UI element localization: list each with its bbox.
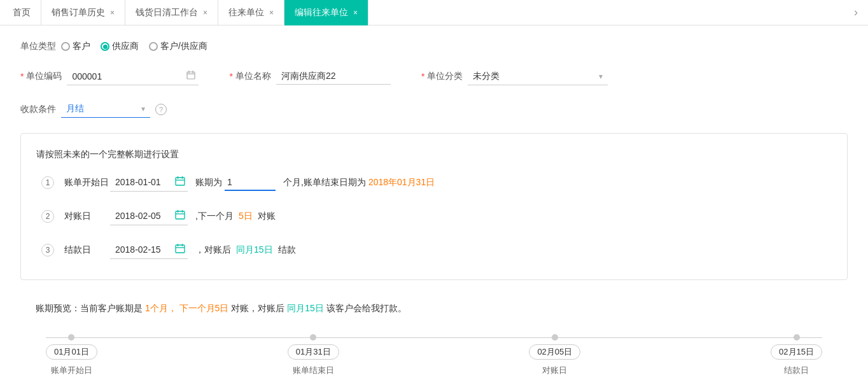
tab-bar: 首页 销售订单历史 × 钱货日清工作台 × 往来单位 × 编辑往来单位 × › [0,0,868,25]
period-suffix-2a: ,下一个月 [195,211,234,222]
timeline-dot-3 [552,334,558,341]
timeline-label-1: 账单开始日 [51,365,92,376]
preview-text: 账期预览：当前客户账期是 1个月， 下一个月5日 对账，对账后 同月15日 该客… [36,303,832,314]
payment-help-icon[interactable]: ? [155,104,167,115]
unit-code-required-star: * [20,71,24,81]
unit-name-item: * 单位名称 [229,69,390,85]
period-date-input-2 [110,207,188,225]
preview-middle: 对账，对账后 [231,303,284,313]
svg-rect-4 [176,178,185,185]
unit-code-input-wrap [67,67,199,85]
period-num-1: 1 [41,176,54,189]
period-suffix-1b: 个月,账单结束日期为 [283,177,366,188]
unit-class-value: 未分类 [473,71,594,82]
period-date-input-1 [110,173,188,192]
unit-class-select[interactable]: 未分类 ▾ [468,68,608,85]
unit-code-icon[interactable] [186,70,196,82]
period-box-title: 请按照未来的一个完整帐期进行设置 [36,149,832,160]
preview-part1: 1个月， [145,303,177,313]
payment-value: 月结 [66,103,84,115]
radio-customer-circle [61,42,70,51]
timeline-point-1: 01月01日 账单开始日 [46,330,97,376]
radio-customer-label: 客户 [73,41,90,52]
period-field-label-3: 结款日 [64,244,100,256]
payment-select[interactable]: 月结 ▾ [61,101,150,118]
period-suffix-3a: ，对账后 [195,244,231,256]
timeline-dot-1 [68,334,74,341]
unit-type-label: 单位类型 [20,41,56,52]
tab-partner[interactable]: 往来单位 × [218,0,284,25]
timeline-date-badge-1: 01月01日 [46,344,97,360]
period-field-label-2: 对账日 [64,211,100,222]
period-date-1[interactable] [115,177,172,187]
calendar-icon-3[interactable] [175,243,185,256]
unit-name-required-star: * [229,71,232,81]
timeline-date-badge-4: 02月15日 [771,344,822,360]
period-date-2[interactable] [115,211,172,221]
tab-home[interactable]: 首页 [5,0,41,25]
unit-code-item: * 单位编码 [20,67,199,85]
close-tab-edit-partner[interactable]: × [353,8,358,17]
payment-row: 收款条件 月结 ▾ ? [20,101,848,118]
calendar-icon-1[interactable] [175,176,185,188]
period-num-2: 2 [41,210,54,223]
unit-class-required-star: * [421,71,424,81]
radio-customer[interactable]: 客户 [61,41,90,52]
unit-class-arrow-icon: ▾ [599,72,603,81]
period-suffix-3b: 结款 [278,244,296,256]
timeline-point-3: 02月05日 对账日 [529,330,580,376]
page-content: 单位类型 客户 供应商 客户/供应商 * 单位编码 [0,25,868,387]
radio-supplier-label: 供应商 [112,41,139,52]
preview-part3: 同月15日 [287,303,324,313]
timeline-point-4: 02月15日 结款日 [771,330,822,376]
close-tab-cash-work[interactable]: × [203,8,207,17]
period-box: 请按照未来的一个完整帐期进行设置 1 账单开始日 账期为 个月,账单结束日期为 [20,133,848,280]
period-suffix-1a: 账期为 [195,177,222,188]
timeline-date-badge-2: 01月31日 [288,344,339,360]
unit-type-row: 单位类型 客户 供应商 客户/供应商 [20,41,848,52]
period-date-input-3 [110,241,188,259]
calendar-icon-2[interactable] [175,209,185,222]
tab-sales-history[interactable]: 销售订单历史 × [41,0,125,25]
timeline-points: 01月01日 账单开始日 01月31日 账单结束日 02月05日 对账日 [46,330,822,376]
unit-info-row: * 单位编码 * 单位名称 * 单位 [20,67,848,85]
period-num-3: 3 [41,244,54,257]
unit-class-label: 单位分类 [427,71,463,82]
radio-both-label: 客户/供应商 [160,41,207,52]
svg-rect-8 [176,211,185,219]
timeline-container: 01月01日 账单开始日 01月31日 账单结束日 02月05日 对账日 [36,330,832,376]
payment-label: 收款条件 [20,104,56,115]
tab-expand-icon[interactable]: › [849,6,863,19]
period-suffix-2b: 对账 [258,211,276,222]
preview-section: 账期预览：当前客户账期是 1个月， 下一个月5日 对账，对账后 同月15日 该客… [20,293,848,386]
unit-name-label: 单位名称 [235,71,271,82]
svg-rect-0 [187,72,195,79]
period-row-3: 3 结款日 ，对账后 同月15日 结款 [36,241,832,259]
unit-type-item: 单位类型 客户 供应商 客户/供应商 [20,41,207,52]
period-day-3: 同月15日 [236,244,273,256]
period-months-input[interactable] [225,174,276,191]
unit-class-item: * 单位分类 未分类 ▾ [421,68,608,85]
preview-label: 账期预览：当前客户账期是 [36,303,143,313]
period-field-label-1: 账单开始日 [64,177,100,188]
preview-part2: 下一个月5日 [179,303,229,313]
unit-type-radio-group: 客户 供应商 客户/供应商 [61,41,207,52]
close-tab-sales-history[interactable]: × [110,8,115,17]
tab-cash-work[interactable]: 钱货日清工作台 × [125,0,218,25]
period-end-date: 2018年01月31日 [368,177,435,188]
unit-code-input[interactable] [72,71,183,81]
timeline-point-2: 01月31日 账单结束日 [288,330,339,376]
radio-supplier[interactable]: 供应商 [101,41,139,52]
payment-item: 收款条件 月结 ▾ ? [20,101,167,118]
radio-both[interactable]: 客户/供应商 [149,41,207,52]
payment-arrow-icon: ▾ [141,104,145,113]
period-day-2: 5日 [239,211,253,222]
timeline-dot-2 [310,334,316,341]
tab-edit-partner[interactable]: 编辑往来单位 × [284,0,368,25]
timeline-date-badge-3: 02月05日 [529,344,580,360]
period-date-3[interactable] [115,244,172,255]
unit-name-input[interactable] [276,69,391,85]
close-tab-partner[interactable]: × [269,8,274,17]
unit-code-label: 单位编码 [26,71,62,82]
preview-end: 该客户会给我打款。 [326,303,407,313]
